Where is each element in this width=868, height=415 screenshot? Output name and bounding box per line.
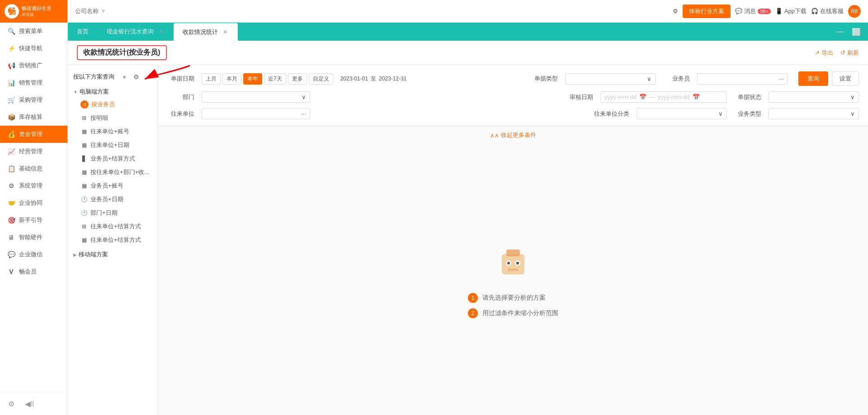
empty-illustration <box>491 241 536 286</box>
collapse-filter-btn[interactable]: ∧∧ 收起更多条件 <box>158 126 868 144</box>
date-btn-this-month[interactable]: 本月 <box>222 73 241 85</box>
biz-type-select[interactable]: ∨ <box>769 108 859 119</box>
sidebar-item-marketing[interactable]: 📢 营销推广 <box>0 57 67 74</box>
scheme-item-by-salesperson[interactable]: ↺ 按业务员 <box>68 98 158 111</box>
purchase-icon: 🛒 <box>7 96 15 104</box>
settings-icon: ⚙ <box>673 8 678 14</box>
partner-cat-chevron-icon: ∨ <box>718 110 723 117</box>
tab-collection-stats[interactable]: 收款情况统计 ✕ <box>174 23 238 41</box>
topbar-breadcrumb: 公司名称 ▼ <box>75 7 668 15</box>
export-btn[interactable]: ↗ 导出 <box>815 49 833 57</box>
scheme-item-partner-settle2[interactable]: ▦ 往来单位+结算方式 <box>68 233 158 247</box>
panel-collapse-icon[interactable]: 《 <box>143 72 152 81</box>
query-btn[interactable]: 查询 <box>798 71 828 86</box>
topbar-settings-btn[interactable]: ⚙ <box>673 8 678 14</box>
sidebar-item-member[interactable]: V 畅会员 <box>0 263 67 280</box>
review-date-range[interactable]: yyyy-mm-dd 📅 — yyyy-mm-dd 📅 <box>600 91 727 103</box>
svg-point-5 <box>516 262 519 264</box>
sidebar-item-inventory[interactable]: 📦 库存核算 <box>0 108 67 126</box>
tab-bank-flow[interactable]: 现金银行流水查询 ✕ <box>98 23 174 41</box>
left-panel: 按以下方案查询 + ⚙ 《 ▼ 电脑端方案 ↺ <box>68 65 158 415</box>
scheme-item-detail[interactable]: ⊞ 按明细 <box>68 111 158 125</box>
tabbar-controls: — ⬜ <box>834 25 868 38</box>
sidebar-item-operation[interactable]: 📈 经营管理 <box>0 143 67 160</box>
sidebar-item-system[interactable]: ⚙ 系统管理 <box>0 177 67 194</box>
maximize-icon[interactable]: ⬜ <box>850 25 863 38</box>
doc-status-chevron-icon: ∨ <box>850 94 855 100</box>
settings-btn[interactable]: 设置 <box>832 71 859 86</box>
scheme-section-desktop-header[interactable]: ▼ 电脑端方案 <box>68 86 158 98</box>
message-badge: 99+ <box>758 9 771 14</box>
date-btn-this-year[interactable]: 本年 <box>243 73 262 85</box>
scheme-item-partner-date[interactable]: ▦ 往来单位+日期 <box>68 138 158 152</box>
panel-settings-icon[interactable]: ⚙ <box>132 72 141 81</box>
minimize-icon[interactable]: — <box>834 25 846 38</box>
message-icon: 💬 <box>735 8 742 14</box>
partner-select[interactable]: ··· <box>202 108 310 119</box>
export-icon: ↗ <box>815 49 820 56</box>
scheme-item-dept-date[interactable]: 🕐 部门+日期 <box>68 206 158 220</box>
scheme-section-mobile-header[interactable]: ▶ 移动端方案 <box>68 249 158 260</box>
sidebar-item-search[interactable]: 🔍 搜索菜单 <box>0 23 67 40</box>
salesperson-select[interactable]: ··· <box>697 73 788 85</box>
tab-close-bank[interactable]: ✕ <box>157 28 165 35</box>
customer-service-btn[interactable]: 🎧 在线客服 <box>811 7 844 15</box>
filter-row-1: 单据日期 上月 本月 本年 近7天 更多 自定义 2023-01-01 至 <box>167 71 859 86</box>
date-btn-more[interactable]: 更多 <box>288 73 307 85</box>
panel-add-icon[interactable]: + <box>120 72 129 81</box>
dept-select[interactable]: ∨ <box>202 91 310 103</box>
wechat-icon: 💬 <box>7 250 15 259</box>
scheme-item-partner-account[interactable]: ▦ 往来单位+账号 <box>68 125 158 138</box>
company-name[interactable]: 公司名称 <box>75 7 99 15</box>
sidebar-nav: 🔍 搜索菜单 ⚡ 快捷导航 📢 营销推广 📊 销售管理 🛒 采购管理 📦 库存核… <box>0 23 67 392</box>
dept-chevron-icon: ∨ <box>302 94 306 100</box>
sidebar-item-hardware[interactable]: 🖥 智能硬件 <box>0 229 67 246</box>
sidebar-item-purchase[interactable]: 🛒 采购管理 <box>0 91 67 108</box>
breadcrumb-dropdown[interactable]: ▼ <box>100 8 106 14</box>
partner-more-icon[interactable]: ··· <box>301 110 306 117</box>
date-btn-custom[interactable]: 自定义 <box>309 73 333 85</box>
refresh-btn[interactable]: ↺ 刷新 <box>840 49 859 57</box>
svg-rect-1 <box>506 250 520 256</box>
tab-close-collection[interactable]: ✕ <box>222 28 229 36</box>
user-avatar: Rit <box>848 5 861 18</box>
sidebar-item-quick[interactable]: ⚡ 快捷导航 <box>0 40 67 57</box>
member-icon: V <box>7 268 15 276</box>
partner-settle2-icon: ▦ <box>80 236 88 244</box>
sidebar-item-guide[interactable]: 🎯 新手引导 <box>0 212 67 229</box>
calendar-end-icon: 📅 <box>693 94 700 100</box>
scheme-item-partner-settle1[interactable]: ⊞ 往来单位+结算方式 <box>68 220 158 233</box>
review-date-label: 审核日期 <box>566 93 593 101</box>
marketing-icon: 📢 <box>7 61 15 70</box>
sidebar-item-basic[interactable]: 📋 基础信息 <box>0 160 67 177</box>
scheme-item-sales-date[interactable]: 🕐 业务员+日期 <box>68 193 158 206</box>
scheme-item-sales-settle[interactable]: ▋ 业务员+结算方式 <box>68 152 158 165</box>
doc-status-select[interactable]: ∨ <box>769 91 859 103</box>
date-btn-last-month[interactable]: 上月 <box>202 73 221 85</box>
empty-state: 1 请先选择要分析的方案 2 用过滤条件来缩小分析范围 <box>158 144 868 415</box>
doc-type-select[interactable]: ∨ <box>565 73 656 85</box>
scheme-item-sales-account[interactable]: ▦ 业务员+账号 <box>68 179 158 193</box>
trial-btn[interactable]: 体验行业方案 <box>683 5 731 18</box>
sidebar-settings-icon[interactable]: ⚙ <box>5 397 18 410</box>
sidebar-item-finance[interactable]: 💰 资金管理 <box>0 126 67 143</box>
empty-steps: 1 请先选择要分析的方案 2 用过滤条件来缩小分析范围 <box>468 293 558 318</box>
more-icon[interactable]: ··· <box>778 75 783 82</box>
biz-type-chevron-icon: ∨ <box>850 110 855 117</box>
user-area[interactable]: Rit <box>848 5 861 18</box>
sidebar-item-sales[interactable]: 📊 销售管理 <box>0 74 67 91</box>
dept-label: 部门 <box>167 93 194 101</box>
sidebar-collapse-icon[interactable]: ◀II <box>23 397 36 410</box>
date-range-display: 2023-01-01 至 2023-12-31 <box>340 75 407 83</box>
sidebar-item-enterprise[interactable]: 🤝 企业协同 <box>0 194 67 212</box>
tab-home[interactable]: 首页 <box>68 28 98 36</box>
app-download-btn[interactable]: 📱 App下载 <box>775 7 807 15</box>
partner-category-select[interactable]: ∨ <box>637 108 727 119</box>
panel-title: 按以下方案查询 <box>73 73 114 81</box>
scheme-item-partner-dept[interactable]: ▦ 按往来单位+部门+收... <box>68 165 158 179</box>
sidebar-item-wechat[interactable]: 💬 企业微信 <box>0 246 67 263</box>
date-btn-7days[interactable]: 近7天 <box>264 73 286 85</box>
quick-icon: ⚡ <box>7 44 15 52</box>
partner-category-label: 往来单位分类 <box>594 110 629 118</box>
message-btn[interactable]: 💬 消息 99+ <box>735 7 771 15</box>
